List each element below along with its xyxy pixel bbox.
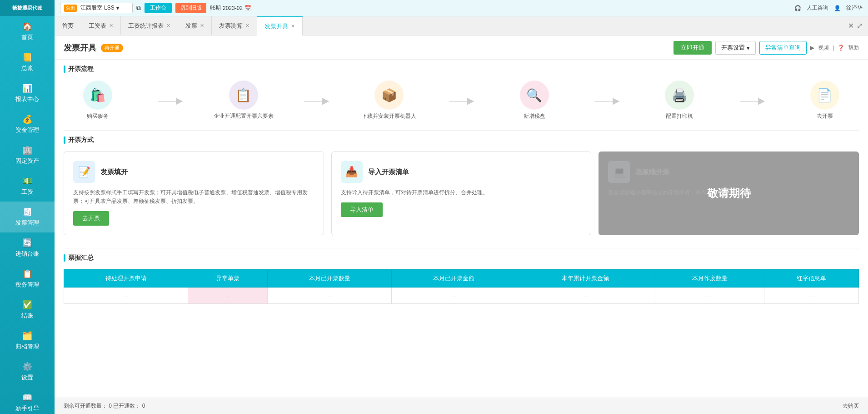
archive-icon: 🗂️ <box>22 331 32 341</box>
app-logo[interactable]: 畅捷通易代账 <box>0 0 55 16</box>
main-area: 勿删 江西股室-LSS ▾ ⧉ 工作台 切到旧版 账期 2023-02 📅 🎧 … <box>55 0 868 414</box>
flow-arrow-3: ——▶ <box>419 95 505 106</box>
download-step-icon: 📦 <box>374 81 404 110</box>
sidebar-item-settings[interactable]: ⚙️ 设置 <box>0 356 55 387</box>
sidebar: 畅捷通易代账 🏠 首页 📒 总账 📊 报表中心 💰 资金管理 🏢 固定资产 💵 … <box>0 0 55 414</box>
sidebar-item-funds[interactable]: 💰 资金管理 <box>0 109 55 140</box>
flow-arrow-1: ——▶ <box>127 95 214 106</box>
page-header: 发票开具 待开通 立即开通 开票设置 ▾ 异常清单查询 ▶ 视频 | ❓ 帮助 <box>55 35 868 60</box>
calendar-icon[interactable]: 📅 <box>244 5 251 11</box>
username: 徐泽华 <box>846 4 863 12</box>
workbench-button[interactable]: 工作台 <box>145 3 172 13</box>
method-import-desc: 支持导入待开票清单，可对待开票清单进行拆分、合并处理。 <box>341 188 582 197</box>
sidebar-item-home[interactable]: 🏠 首页 <box>0 16 55 47</box>
abnormal-query-button[interactable]: 异常清单查询 <box>759 41 807 55</box>
remaining-label: 剩余可开通数量： <box>64 403 107 409</box>
dropdown-icon: ▾ <box>116 5 119 11</box>
video-label[interactable]: 视频 <box>818 44 829 52</box>
method-import-btn[interactable]: 导入清单 <box>341 202 383 217</box>
dropdown-arrow-icon: ▾ <box>747 45 750 51</box>
statusbar-right: 去购买 <box>843 402 859 410</box>
sidebar-item-salary[interactable]: 💵 工资 <box>0 171 55 202</box>
tab-salary[interactable]: 工资表 ✕ <box>81 16 121 35</box>
sidebar-item-guide[interactable]: 📖 新手引导 <box>0 387 55 414</box>
summary-val-2: -- <box>268 288 392 304</box>
sidebar-item-reconcile[interactable]: ✅ 结账 <box>0 294 55 325</box>
method-manual-header: 📝 发票填开 <box>73 161 314 183</box>
tab-home[interactable]: 首页 <box>55 16 81 35</box>
method-card-import: 📥 导入开票清单 支持导入待开票清单，可对待开票清单进行拆分、合并处理。 导入清… <box>331 151 592 235</box>
tab-close-salary-report[interactable]: ✕ <box>166 23 170 29</box>
summary-col-4: 本年累计开票金额 <box>516 270 655 288</box>
page-title: 发票开具 <box>64 42 96 53</box>
open-settings-button[interactable]: 开票设置 ▾ <box>715 41 756 55</box>
method-card-manual: 📝 发票填开 支持按照发票样式手工填写开发票；可开具增值税电子普通发票、增值税普… <box>64 151 324 235</box>
method-card-old-client: 💻 老板端开票 查看老板端小程序提交的开票申请，并作出相应处理并开待 敬请期待 <box>599 151 859 235</box>
buy-link[interactable]: 去购买 <box>843 403 859 409</box>
method-manual-btn[interactable]: 去开票 <box>73 211 109 226</box>
topbar-right: 🎧 人工咨询 👤 徐泽华 <box>794 4 863 12</box>
method-manual-title: 发票填开 <box>100 168 128 177</box>
tab-close-invoice-calc[interactable]: ✕ <box>245 23 249 29</box>
summary-col-0: 待处理开票申请 <box>64 270 188 288</box>
guide-icon: 📖 <box>22 393 32 403</box>
tab-close-all-button[interactable]: ✕ <box>848 21 854 30</box>
flow-step-taxdisk: 🔍 新增税盘 <box>505 81 564 120</box>
sidebar-item-tax[interactable]: 📋 税务管理 <box>0 263 55 294</box>
settings-icon: ⚙️ <box>22 362 32 372</box>
flow-arrow-4: ——▶ <box>564 95 650 106</box>
tab-invoice[interactable]: 发票 ✕ <box>178 16 212 35</box>
methods-section-title: 开票方式 <box>64 136 859 144</box>
tax-icon: 📋 <box>22 269 32 279</box>
flow-step-issue: 📄 去开票 <box>795 81 854 120</box>
buy-step-label: 购买服务 <box>87 112 109 120</box>
company-selector[interactable]: 勿删 江西股室-LSS ▾ <box>60 3 133 13</box>
issue-step-label: 去开票 <box>817 112 833 120</box>
config-step-label: 企业开通配置开票六要素 <box>214 112 274 120</box>
ledger-icon: 📒 <box>22 52 32 62</box>
assets-icon: 🏢 <box>22 145 32 155</box>
sidebar-item-purchase-sales[interactable]: 🔄 进销台账 <box>0 232 55 263</box>
purchase-icon: 🔄 <box>22 238 32 248</box>
sidebar-item-archive[interactable]: 🗂️ 归档管理 <box>0 325 55 356</box>
tab-invoice-calc[interactable]: 发票测算 ✕ <box>212 16 257 35</box>
sidebar-item-assets[interactable]: 🏢 固定资产 <box>0 140 55 171</box>
tab-close-invoice[interactable]: ✕ <box>200 23 204 29</box>
summary-col-3: 本月已开票金额 <box>392 270 516 288</box>
flow-arrow-2: ——▶ <box>274 95 360 106</box>
summary-section: 票据汇总 待处理开票申请 异常单票 本月已开票数量 本月已开票金额 本年累计开票… <box>55 248 868 309</box>
summary-header-row: 待处理开票申请 异常单票 本月已开票数量 本月已开票金额 本年累计开票金额 本月… <box>64 270 859 288</box>
header-help: ▶ 视频 | ❓ 帮助 <box>810 44 859 52</box>
config-step-icon: 📋 <box>229 81 258 110</box>
tab-salary-report[interactable]: 工资统计报表 ✕ <box>121 16 178 35</box>
summary-section-title: 票据汇总 <box>64 254 859 262</box>
home-icon: 🏠 <box>22 21 32 31</box>
tab-close-salary[interactable]: ✕ <box>109 23 113 29</box>
help-label[interactable]: 帮助 <box>848 44 859 52</box>
printer-step-label: 配置打印机 <box>666 112 693 120</box>
flow-step-config: 📋 企业开通配置开票六要素 <box>214 81 274 120</box>
methods-section: 开票方式 📝 发票填开 支持按照发票样式手工填写开发票；可开具增值税电子普通发票… <box>55 131 868 248</box>
summary-col-6: 红字信息单 <box>764 270 859 288</box>
switch-old-button[interactable]: 切到旧版 <box>175 3 206 13</box>
flow-section-title: 开票流程 <box>64 65 859 73</box>
sidebar-item-reports[interactable]: 📊 报表中心 <box>0 78 55 109</box>
tab-invoice-issue[interactable]: 发票开具 ✕ <box>257 16 303 35</box>
tab-close-invoice-issue[interactable]: ✕ <box>291 23 295 29</box>
summary-val-1: -- <box>188 288 268 304</box>
statusbar-left: 剩余可开通数量： 0 已开通数： 0 <box>64 402 145 410</box>
flow-section: 开票流程 🛍️ 购买服务 ——▶ 📋 企业开通配置开票六要素 ——▶ 📦 下载并… <box>55 60 868 130</box>
consult-link[interactable]: 人工咨询 <box>807 4 828 12</box>
tab-restore-button[interactable]: ⤢ <box>857 21 863 30</box>
opened-value: 0 <box>142 403 145 409</box>
copy-icon[interactable]: ⧉ <box>136 4 141 12</box>
open-now-button[interactable]: 立即开通 <box>673 41 712 55</box>
coming-soon-overlay: 敬请期待 <box>599 152 858 235</box>
sidebar-item-invoice[interactable]: 🧾 发票管理 <box>0 202 55 232</box>
method-manual-desc: 支持按照发票样式手工填写开发票；可开具增值税电子普通发票、增值税普通发票、增值税… <box>73 188 314 206</box>
summary-val-4: -- <box>516 288 655 304</box>
issue-step-icon: 📄 <box>810 81 839 110</box>
summary-val-6: -- <box>764 288 859 304</box>
company-name: 江西股室-LSS <box>80 4 115 12</box>
sidebar-item-ledger[interactable]: 📒 总账 <box>0 47 55 78</box>
